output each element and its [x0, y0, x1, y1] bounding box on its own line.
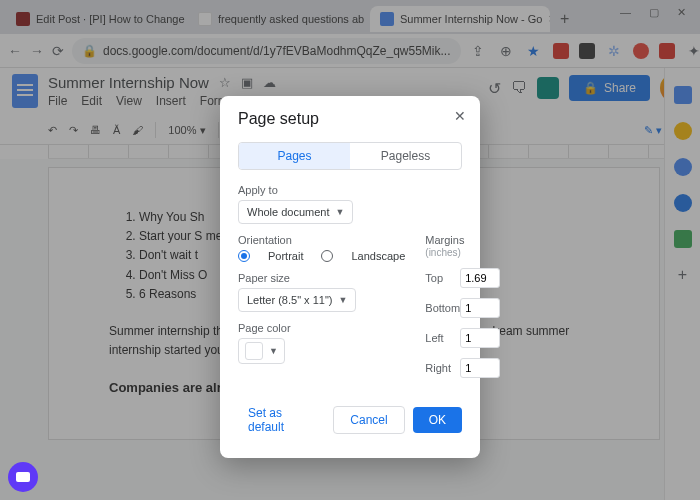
apply-to-value: Whole document	[247, 206, 330, 218]
apply-to-label: Apply to	[238, 184, 462, 196]
apply-to-dropdown[interactable]: Whole document ▼	[238, 200, 353, 224]
ok-button[interactable]: OK	[413, 407, 462, 433]
meet-bubble-icon[interactable]	[8, 462, 38, 492]
paper-size-value: Letter (8.5" x 11")	[247, 294, 332, 306]
landscape-label: Landscape	[351, 250, 405, 262]
dialog-title: Page setup	[238, 110, 462, 128]
page-setup-dialog: ✕ Page setup Pages Pageless Apply to Who…	[220, 96, 480, 458]
page-color-dropdown[interactable]: ▼	[238, 338, 285, 364]
page-color-label: Page color	[238, 322, 405, 334]
margin-left-input[interactable]	[460, 328, 500, 348]
cancel-button[interactable]: Cancel	[333, 406, 404, 434]
paper-size-dropdown[interactable]: Letter (8.5" x 11") ▼	[238, 288, 356, 312]
margin-bottom-label: Bottom	[425, 302, 460, 314]
radio-portrait[interactable]	[238, 250, 250, 262]
paper-size-label: Paper size	[238, 272, 405, 284]
tab-pageless[interactable]: Pageless	[350, 143, 461, 169]
set-as-default-button[interactable]: Set as default	[238, 400, 317, 440]
chevron-down-icon: ▼	[338, 295, 347, 305]
color-swatch	[245, 342, 263, 360]
margin-top-label: Top	[425, 272, 443, 284]
dialog-tabs: Pages Pageless	[238, 142, 462, 170]
chevron-down-icon: ▼	[269, 346, 278, 356]
portrait-label: Portrait	[268, 250, 303, 262]
orientation-label: Orientation	[238, 234, 405, 246]
radio-landscape[interactable]	[321, 250, 333, 262]
chevron-down-icon: ▼	[336, 207, 345, 217]
margins-label: Margins (inches)	[425, 234, 500, 258]
margin-right-label: Right	[425, 362, 451, 374]
margin-right-input[interactable]	[460, 358, 500, 378]
margin-top-input[interactable]	[460, 268, 500, 288]
margin-bottom-input[interactable]	[460, 298, 500, 318]
dialog-close-icon[interactable]: ✕	[454, 108, 466, 124]
margin-left-label: Left	[425, 332, 443, 344]
tab-pages[interactable]: Pages	[239, 143, 350, 169]
